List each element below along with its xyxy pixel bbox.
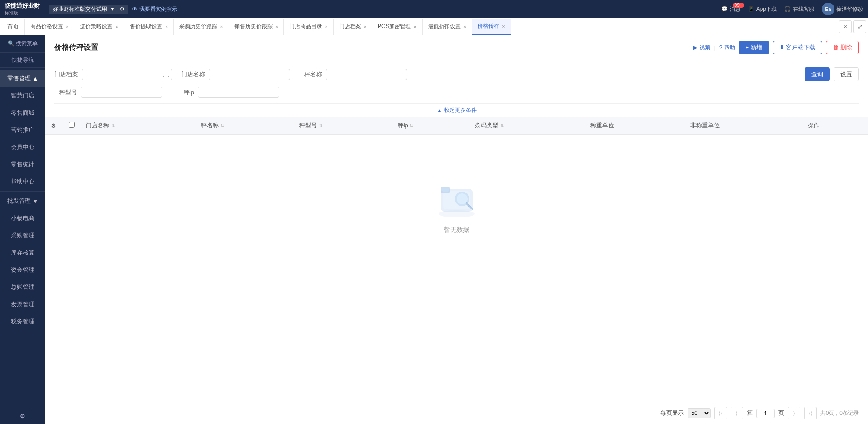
scale-ip-input[interactable] — [198, 87, 279, 98]
chevron-down-icon-ws: ▼ — [33, 198, 39, 205]
video-link[interactable]: ▶ 视频 — [693, 44, 710, 52]
sidebar-quick-nav[interactable]: 快捷导航 — [0, 53, 45, 68]
top-bar-right: 💬 消息 99+ 📱 App下载 🎧 在线客服 Ea 徐泽华修改 — [721, 3, 863, 15]
sidebar-item-inventory[interactable]: 库存核算 — [0, 244, 45, 261]
tab-pos-encrypt-close[interactable]: × — [414, 24, 416, 29]
sidebar-divider-1 — [0, 191, 45, 192]
select-all-checkbox[interactable] — [69, 122, 75, 128]
sidebar-item-invoice-mgmt[interactable]: 发票管理 — [0, 296, 45, 313]
gear-icon[interactable]: ⚙ — [120, 6, 125, 12]
th-scale-ip[interactable]: 秤ip ⇅ — [392, 117, 470, 135]
ellipsis-icon[interactable]: … — [162, 70, 170, 78]
online-service-label: 在线客服 — [793, 5, 814, 13]
filter-collapse[interactable]: ▲ 收起更多条件 — [54, 103, 859, 117]
headset-icon: 🎧 — [784, 6, 791, 12]
th-gear[interactable]: ⚙ — [45, 117, 63, 135]
message-icon: 💬 — [721, 6, 728, 12]
query-button[interactable]: 查询 — [805, 67, 830, 81]
tab-store-catalog-close[interactable]: × — [325, 24, 327, 29]
th-barcode-type[interactable]: 条码类型 ⇅ — [469, 117, 585, 135]
tab-price-settings-close[interactable]: × — [66, 24, 68, 29]
tab-price-scale[interactable]: 价格传秤 × — [472, 19, 511, 35]
sidebar-search[interactable]: 🔍 搜索菜单 — [0, 35, 45, 53]
sidebar-item-wholesale-mgmt[interactable]: 批发管理 ▼ — [0, 193, 45, 210]
sidebar-item-smart-store[interactable]: 智慧门店 — [0, 87, 45, 104]
first-page-btn[interactable]: ⟨⟨ — [714, 407, 727, 419]
help-link[interactable]: ? 帮助 — [719, 44, 735, 52]
last-page-btn[interactable]: ⟩⟩ — [804, 407, 817, 419]
tab-sale-price[interactable]: 售价提取设置 × — [124, 19, 174, 35]
sidebar-item-retail-mgmt[interactable]: 零售管理 ▲ — [0, 70, 45, 87]
empty-text: 暂无数据 — [444, 226, 469, 234]
sidebar-item-capital-mgmt[interactable]: 资金管理 — [0, 261, 45, 279]
sidebar-item-help-center-label: 帮助中心 — [11, 178, 34, 186]
sidebar-item-member-center[interactable]: 会员中心 — [0, 139, 45, 156]
page-header: 价格传秤设置 ▶ 视频 | ? 帮助 + 新增 ⬇ 客户端下载 🗑 — [45, 35, 868, 60]
message-item[interactable]: 💬 消息 99+ — [721, 5, 741, 13]
scale-name-input[interactable] — [326, 69, 407, 80]
tab-store-archive[interactable]: 门店档案 × — [334, 19, 372, 35]
logo-area: 畅捷通好业财 标准版 — [5, 2, 40, 16]
th-scale-model[interactable]: 秤型号 ⇅ — [294, 117, 392, 135]
sidebar-item-marketing[interactable]: 营销推广 — [0, 121, 45, 139]
filter-row-1: 门店档案 … 门店名称 秤名称 查询 — [54, 67, 859, 81]
tab-close-all-btn[interactable]: × — [839, 20, 852, 33]
tab-min-discount-close[interactable]: × — [463, 24, 466, 29]
tab-store-catalog[interactable]: 门店商品目录 × — [284, 19, 333, 35]
sort-scale-ip-icon: ⇅ — [410, 123, 413, 128]
scale-model-input[interactable] — [81, 87, 162, 98]
th-scale-name[interactable]: 秤名称 ⇅ — [195, 117, 294, 135]
tab-purchase-history-close[interactable]: × — [220, 24, 223, 29]
tab-sale-price-close[interactable]: × — [165, 24, 168, 29]
tab-purchase-strategy[interactable]: 进价策略设置 × — [74, 19, 124, 35]
store-name-input[interactable] — [209, 69, 290, 80]
prev-page-btn[interactable]: ⟨ — [731, 407, 743, 419]
version-select[interactable]: 好业财标准版交付试用 ▼ ⚙ — [49, 5, 128, 14]
tab-sale-history[interactable]: 销售历史价跟踪 × — [229, 19, 284, 35]
download-button[interactable]: ⬇ 客户端下载 — [773, 41, 823, 54]
sidebar-item-retail-stats[interactable]: 零售统计 — [0, 156, 45, 173]
filter-scale-name: 秤名称 — [299, 69, 407, 80]
filter-collapse-label: 收起更多条件 — [444, 106, 477, 114]
sidebar-item-general-ledger[interactable]: 总账管理 — [0, 279, 45, 296]
sidebar-item-help-center[interactable]: 帮助中心 — [0, 173, 45, 190]
tab-home[interactable]: 首页 — [2, 19, 25, 35]
th-store-name[interactable]: 门店名称 ⇅ — [80, 117, 195, 135]
empty-state: 暂无数据 — [51, 139, 863, 270]
th-checkbox[interactable] — [63, 117, 80, 135]
sidebar-item-retail-mall[interactable]: 零售商城 — [0, 104, 45, 121]
tab-min-discount[interactable]: 最低折扣设置 × — [423, 19, 472, 35]
tab-sale-history-close[interactable]: × — [275, 24, 278, 29]
tab-purchase-history[interactable]: 采购历史价跟踪 × — [174, 19, 229, 35]
demo-link[interactable]: 👁 我要看实例演示 — [132, 5, 177, 13]
user-item[interactable]: Ea 徐泽华修改 — [822, 3, 863, 15]
th-action-label: 操作 — [808, 122, 819, 129]
sidebar-item-small-ecom[interactable]: 小畅电商 — [0, 210, 45, 227]
app-download-item[interactable]: 📱 App下载 — [748, 5, 777, 13]
sidebar-item-retail-stats-label: 零售统计 — [11, 160, 34, 169]
next-page-btn[interactable]: ⟩ — [788, 407, 800, 419]
phone-icon: 📱 — [748, 6, 755, 12]
sidebar-item-general-ledger-label: 总账管理 — [11, 283, 34, 291]
sidebar-item-tax-mgmt[interactable]: 税务管理 — [0, 313, 45, 330]
sidebar: 🔍 搜索菜单 快捷导航 零售管理 ▲ 智慧门店 零售商城 营销推广 会员中心 — [0, 35, 45, 424]
tab-expand-btn[interactable]: ⤢ — [853, 20, 866, 33]
tab-price-scale-close[interactable]: × — [502, 24, 505, 29]
store-archive-input[interactable] — [82, 69, 172, 80]
per-page-select[interactable]: 10 20 50 100 — [688, 408, 711, 418]
page-number-input[interactable] — [756, 409, 775, 418]
add-button[interactable]: + 新增 — [739, 41, 769, 54]
tab-purchase-history-label: 采购历史价跟踪 — [179, 23, 217, 30]
tab-price-settings[interactable]: 商品价格设置 × — [25, 19, 74, 35]
sidebar-item-purchase-mgmt[interactable]: 采购管理 — [0, 227, 45, 244]
prev-page-icon: ⟨ — [736, 410, 738, 417]
online-service-item[interactable]: 🎧 在线客服 — [784, 5, 814, 13]
filter-store-archive: 门店档案 … — [54, 69, 172, 80]
delete-button[interactable]: 🗑 删除 — [826, 41, 859, 54]
sidebar-gear[interactable]: ⚙ — [0, 408, 45, 424]
tab-purchase-strategy-close[interactable]: × — [115, 24, 118, 29]
tab-store-archive-close[interactable]: × — [364, 24, 366, 29]
tab-pos-encrypt[interactable]: POS加密管理 × — [372, 19, 423, 35]
pagination: 每页显示 10 20 50 100 ⟨⟨ ⟨ 算 页 ⟩ ⟩⟩ 共0页，0条记录 — [45, 402, 868, 424]
settings-button[interactable]: 设置 — [834, 67, 859, 81]
